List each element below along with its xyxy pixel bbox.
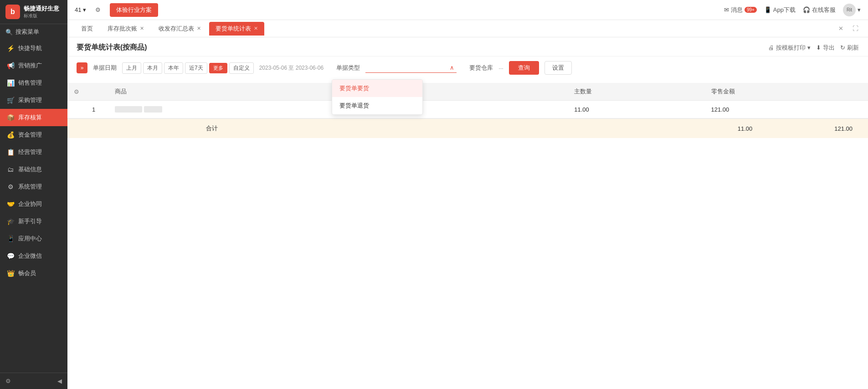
guide-icon: 🎓	[6, 218, 15, 225]
date-btn-current[interactable]: 本月	[143, 62, 162, 74]
table-head: ⚙ 商品 主计量单位 主数量 零售金额	[67, 83, 868, 101]
warehouse-filter-label: 要货仓库	[469, 64, 493, 72]
table-footer: 合计 11.00 121.00	[67, 118, 868, 138]
sidebar-item-purchase[interactable]: 🛒 采购管理	[0, 92, 67, 109]
tab-inventory-batch-label: 库存批次账	[108, 25, 137, 33]
filter-expand-btn[interactable]: »	[77, 62, 87, 73]
page-header-actions: 🖨 按模板打印 ▾ ⬇ 导出 ↻ 刷新	[768, 44, 859, 52]
company-selector[interactable]: 41 ▾	[75, 6, 86, 13]
template-print-button[interactable]: 🖨 按模板打印 ▾	[768, 44, 811, 52]
sidebar-item-operation[interactable]: 📋 经营管理	[0, 143, 67, 161]
tab-inventory-batch-close[interactable]: ✕	[140, 26, 144, 31]
tab-receive-summary-close[interactable]: ✕	[197, 26, 201, 31]
date-btn-custom[interactable]: 自定义	[229, 62, 254, 74]
marketing-icon: 📢	[6, 62, 15, 69]
dropdown-item-order-return[interactable]: 要货单退货	[332, 97, 422, 114]
type-dropdown-icon[interactable]: ∧	[447, 63, 457, 72]
table-body: 1 块 11.00 121.00	[67, 101, 868, 118]
sidebar-item-quick-nav[interactable]: ⚡ 快捷导航	[0, 40, 67, 57]
sidebar-item-guide[interactable]: 🎓 新手引导	[0, 213, 67, 230]
topbar-right: ✉ 消息 99+ 📱 App下载 🎧 在线客服 Rit ▾	[724, 4, 861, 16]
sidebar-search[interactable]: 🔍 搜索菜单	[0, 24, 67, 40]
sidebar-settings-icon[interactable]: ⚙	[5, 378, 11, 384]
topbar-settings-icon[interactable]: ⚙	[92, 4, 104, 16]
operation-icon: 📋	[6, 148, 15, 156]
warehouse-dots[interactable]: ···	[498, 65, 503, 72]
row-amount: 121.00	[705, 101, 868, 118]
close-all-tabs-btn[interactable]: ✕	[835, 23, 846, 34]
wechat-icon: 💬	[6, 252, 15, 260]
sidebar-item-label: 新手引导	[18, 217, 42, 225]
sidebar-item-base-info[interactable]: 🗂 基础信息	[0, 161, 67, 178]
query-button[interactable]: 查询	[509, 61, 539, 75]
maximize-tab-btn[interactable]: ⛶	[850, 23, 861, 34]
sidebar-item-label: 应用中心	[18, 235, 42, 243]
sidebar-item-member[interactable]: 👑 畅会员	[0, 265, 67, 282]
export-button[interactable]: ⬇ 导出	[816, 44, 835, 52]
tab-home-label: 首页	[81, 25, 93, 33]
row-settings-cell	[67, 101, 86, 118]
user-avatar-item[interactable]: Rit ▾	[843, 4, 861, 16]
message-icon: ✉	[724, 6, 729, 13]
date-btn-week[interactable]: 近7天	[185, 62, 207, 74]
sidebar-item-finance[interactable]: 💰 资金管理	[0, 126, 67, 143]
date-btn-year[interactable]: 本年	[164, 62, 183, 74]
trial-button[interactable]: 体验行业方案	[110, 3, 158, 17]
sidebar-item-app-center[interactable]: 📱 应用中心	[0, 230, 67, 247]
main-area: 41 ▾ ⚙ 体验行业方案 ✉ 消息 99+ 📱 App下载 🎧 在线客服	[67, 0, 868, 389]
search-icon: 🔍	[5, 29, 13, 36]
app-download-label: App下载	[773, 6, 796, 14]
refresh-button[interactable]: ↻ 刷新	[840, 44, 859, 52]
sidebar-item-label: 采购管理	[18, 96, 42, 104]
sidebar-item-sys-mgmt[interactable]: ⚙ 系统管理	[0, 178, 67, 195]
filter-bar: » 单据日期 上月 本月 本年 近7天 更多 自定义 2023-05-06 至 …	[67, 56, 868, 79]
sidebar-item-label: 资金管理	[18, 131, 42, 139]
tab-receive-summary-label: 收发存汇总表	[159, 25, 194, 33]
col-index	[86, 83, 108, 101]
tab-inventory-batch[interactable]: 库存批次账 ✕	[101, 22, 150, 36]
table-settings-icon[interactable]: ⚙	[74, 88, 79, 95]
online-service-label: 在线客服	[812, 6, 836, 14]
purchase-icon: 🛒	[6, 97, 15, 104]
member-icon: 👑	[6, 270, 15, 277]
refresh-icon: ↻	[840, 44, 845, 51]
sidebar-nav: ⚡ 快捷导航 📢 营销推广 📊 销售管理 🛒 采购管理 📦 库存核算 💰 资金管…	[0, 40, 67, 373]
template-print-dropdown-icon: ▾	[807, 44, 811, 51]
date-btn-more[interactable]: 更多	[209, 63, 227, 73]
settings-button[interactable]: 设置	[544, 61, 572, 75]
export-icon: ⬇	[816, 44, 821, 51]
messages-badge: 99+	[745, 7, 757, 13]
date-btn-prev[interactable]: 上月	[122, 62, 141, 74]
sidebar-item-label: 系统管理	[18, 183, 42, 191]
sidebar-item-marketing[interactable]: 📢 营销推广	[0, 57, 67, 74]
sidebar-item-sales[interactable]: 📊 销售管理	[0, 74, 67, 92]
topbar-left: 41 ▾ ⚙ 体验行业方案	[75, 3, 158, 17]
col-quantity: 主数量	[568, 83, 704, 101]
col-settings: ⚙	[67, 83, 86, 101]
tab-receive-summary[interactable]: 收发存汇总表 ✕	[152, 22, 207, 36]
app-subtitle: 标准版	[24, 13, 59, 19]
online-service-item[interactable]: 🎧 在线客服	[803, 6, 836, 14]
sidebar-item-label: 库存核算	[18, 113, 42, 122]
sidebar-item-label: 基础信息	[18, 165, 42, 174]
page-header: 要货单统计表(按商品) 🖨 按模板打印 ▾ ⬇ 导出 ↻ 刷新	[67, 37, 868, 56]
sidebar-item-enterprise[interactable]: 🤝 企业协同	[0, 195, 67, 213]
tab-home[interactable]: 首页	[75, 22, 99, 36]
sidebar-collapse-icon[interactable]: ◀	[57, 378, 62, 384]
dropdown-item-order-goods[interactable]: 要货单要货	[332, 80, 422, 97]
finance-icon: 💰	[6, 131, 15, 138]
export-label: 导出	[823, 44, 835, 52]
avatar-text: Rit	[847, 7, 852, 12]
app-download-item[interactable]: 📱 App下载	[764, 6, 796, 14]
tab-order-stats[interactable]: 要货单统计表 ✕	[209, 22, 264, 36]
messages-item[interactable]: ✉ 消息 99+	[724, 6, 757, 14]
type-filter-input[interactable]	[365, 63, 447, 72]
sidebar-item-wechat[interactable]: 💬 企业微信	[0, 247, 67, 265]
sidebar: b 畅捷通好生意 标准版 🔍 搜索菜单 ⚡ 快捷导航 📢 营销推广 📊 销售管理…	[0, 0, 67, 389]
sidebar-item-inventory[interactable]: 📦 库存核算	[0, 109, 67, 126]
template-print-label: 按模板打印	[776, 44, 806, 52]
messages-label: 消息	[731, 6, 743, 14]
tab-order-stats-close[interactable]: ✕	[254, 26, 258, 31]
footer-amount: 121.00	[834, 125, 853, 132]
app-center-icon: 📱	[6, 235, 15, 242]
